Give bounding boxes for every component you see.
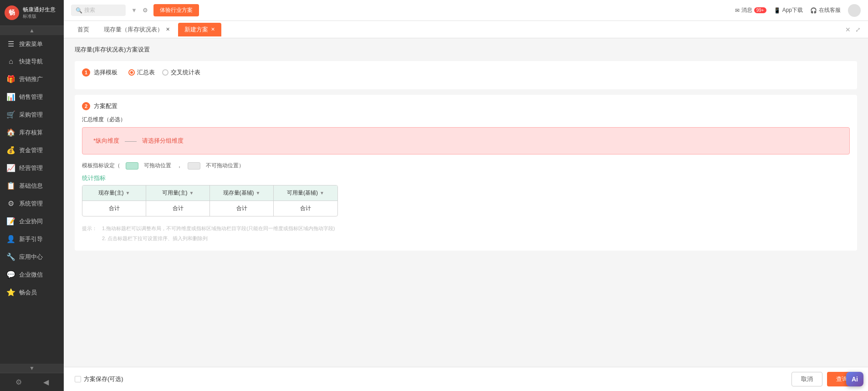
message-section[interactable]: ✉ 消息 99+ <box>735 6 766 14</box>
purchase-icon: 🛒 <box>6 110 15 119</box>
indicator-row: 模板指标设定（ 可拖动位置 ， 不可拖动位置） <box>82 162 850 170</box>
stats-label: 统计指标 <box>82 174 850 182</box>
col-header-3[interactable]: 可用量(基辅) ▼ <box>274 185 337 201</box>
tab-inventory-close[interactable]: ✕ <box>166 26 170 32</box>
sidebar: 畅 畅康通好生意 标准版 ▲ ☰ 搜索菜单 ⌂ 快捷导航 🎁 营销推广 📊 销售… <box>0 0 64 391</box>
ai-float-button[interactable]: Ai <box>846 372 863 386</box>
sidebar-item-quicknav[interactable]: ⌂ 快捷导航 <box>0 53 64 70</box>
top-bar-right: ✉ 消息 99+ 📱 App下载 🎧 在线客服 <box>735 4 861 17</box>
tab-new-plan-close[interactable]: ✕ <box>211 26 215 32</box>
tab-home[interactable]: 首页 <box>71 23 96 36</box>
indicator-label: 模板指标设定（ <box>82 162 120 170</box>
message-icon: ✉ <box>735 7 740 14</box>
tips-area: 提示： 1.拖动标题栏可以调整布局，不可跨维度或指标区域拖动栏目字段(只能在同一… <box>82 223 850 243</box>
radio-summary-dot <box>128 69 135 76</box>
step2-title: 方案配置 <box>94 102 117 110</box>
indicator-sep: ， <box>177 162 182 170</box>
sidebar-scroll-up[interactable]: ▲ <box>0 26 64 35</box>
search-menu-icon: ☰ <box>6 40 15 48</box>
message-badge: 99+ <box>754 7 766 13</box>
save-checkbox[interactable] <box>75 376 81 382</box>
save-option: 方案保存(可选) <box>75 375 123 383</box>
col-cell-1: 合计 <box>146 201 210 216</box>
radio-cross-dot <box>162 69 168 76</box>
step1-header: 1 选择模板 汇总表 交叉统计表 <box>82 68 850 77</box>
app-download-btn[interactable]: 📱 App下载 <box>774 6 803 14</box>
system-icon: ⚙ <box>6 199 15 208</box>
sidebar-footer: ⚙ ◀ <box>0 373 64 391</box>
radio-summary[interactable]: 汇总表 <box>128 68 155 77</box>
tab-expand-btn[interactable]: ✕ ⤢ <box>845 26 861 34</box>
sidebar-item-inventory[interactable]: 🏠 库存核算 <box>0 123 64 141</box>
table-body: 合计 合计 合计 合计 <box>82 201 337 216</box>
sidebar-item-member[interactable]: ⭐ 畅会员 <box>0 283 64 301</box>
chevron-icon-0: ▼ <box>126 190 130 196</box>
settings-btn[interactable]: ⚙ <box>15 378 22 386</box>
step2-num: 2 <box>82 102 90 110</box>
member-icon: ⭐ <box>6 288 15 297</box>
dim-label: 汇总维度（必选） <box>82 116 850 123</box>
dim-required: *纵向维度 <box>93 137 119 145</box>
sidebar-item-appstore[interactable]: 🔧 应用中心 <box>0 248 64 266</box>
sidebar-item-system[interactable]: ⚙ 系统管理 <box>0 195 64 212</box>
basic-info-icon: 📋 <box>6 181 15 190</box>
wechat-icon: 💬 <box>6 270 15 279</box>
draggable-indicator-box <box>126 162 138 170</box>
table-header: 现存量(主) ▼ 可用量(主) ▼ 现存量(基辅) ▼ <box>82 185 337 201</box>
step1-title: 选择模板 <box>94 68 117 77</box>
sidebar-scroll-down[interactable]: ▼ <box>0 364 64 373</box>
dim-area[interactable]: *纵向维度 —— 请选择分组维度 <box>82 127 850 154</box>
collapse-btn[interactable]: ◀ <box>43 378 49 386</box>
home-icon: ⌂ <box>6 57 15 66</box>
top-search[interactable]: 🔍 搜索 <box>71 5 126 16</box>
top-gear-icon[interactable]: ⚙ <box>143 7 148 14</box>
radio-cross[interactable]: 交叉统计表 <box>162 68 200 77</box>
search-icon: 🔍 <box>76 7 82 14</box>
sidebar-item-newbie[interactable]: 👤 新手引导 <box>0 230 64 248</box>
save-label: 方案保存(可选) <box>84 375 123 383</box>
inventory-icon: 🏠 <box>6 128 15 137</box>
chevron-icon-3: ▼ <box>320 190 324 196</box>
user-avatar[interactable] <box>848 4 861 17</box>
sidebar-item-purchase[interactable]: 🛒 采购管理 <box>0 106 64 123</box>
col-header-0[interactable]: 现存量(主) ▼ <box>82 185 146 201</box>
collab-icon: 📝 <box>6 217 15 226</box>
headset-icon: 🎧 <box>810 7 817 14</box>
online-service-btn[interactable]: 🎧 在线客服 <box>810 6 841 14</box>
sidebar-item-search[interactable]: ☰ 搜索菜单 <box>0 35 64 53</box>
draggable-label: 可拖动位置 <box>144 162 171 170</box>
phone-icon: 📱 <box>774 7 781 14</box>
sidebar-item-collab[interactable]: 📝 企业协同 <box>0 212 64 230</box>
tip-1: 提示： 1.拖动标题栏可以调整布局，不可跨维度或指标区域拖动栏目字段(只能在同一… <box>82 223 850 233</box>
step1-num: 1 <box>82 68 90 77</box>
sidebar-nav: ☰ 搜索菜单 ⌂ 快捷导航 🎁 营销推广 📊 销售管理 🛒 采购管理 🏠 库存核… <box>0 35 64 364</box>
sidebar-item-basic-info[interactable]: 📋 基础信息 <box>0 177 64 195</box>
main-area: 🔍 搜索 ▼ ⚙ 体验行业方案 ✉ 消息 99+ 📱 App下载 🎧 在线客服 <box>64 0 868 391</box>
cancel-button[interactable]: 取消 <box>791 372 822 386</box>
sidebar-item-management[interactable]: 📈 经营管理 <box>0 159 64 177</box>
sidebar-item-finance[interactable]: 💰 资金管理 <box>0 141 64 159</box>
sidebar-logo: 畅 畅康通好生意 标准版 <box>0 0 64 26</box>
top-bar: 🔍 搜索 ▼ ⚙ 体验行业方案 ✉ 消息 99+ 📱 App下载 🎧 在线客服 <box>64 0 868 21</box>
chevron-icon-1: ▼ <box>189 190 194 196</box>
data-table: 现存量(主) ▼ 可用量(主) ▼ 现存量(基辅) ▼ <box>82 185 338 216</box>
logo-icon: 畅 <box>5 5 19 20</box>
experience-btn[interactable]: 体验行业方案 <box>153 4 199 16</box>
dim-arrow: —— <box>125 138 137 144</box>
step2-header: 2 方案配置 <box>82 102 850 110</box>
non-draggable-label: 不可拖动位置） <box>206 162 244 170</box>
tab-inventory[interactable]: 现存量（库存状况表） ✕ <box>97 23 176 36</box>
maximize-icon: ⤢ <box>855 26 861 33</box>
col-header-1[interactable]: 可用量(主) ▼ <box>146 185 210 201</box>
sidebar-item-wechat[interactable]: 💬 企业微信 <box>0 266 64 283</box>
col-header-2[interactable]: 现存量(基辅) ▼ <box>210 185 274 201</box>
sales-icon: 📊 <box>6 93 15 101</box>
management-icon: 📈 <box>6 164 15 172</box>
col-cell-0: 合计 <box>82 201 146 216</box>
sidebar-item-marketing[interactable]: 🎁 营销推广 <box>0 70 64 88</box>
close-panel-icon: ✕ <box>845 26 851 33</box>
tab-new-plan[interactable]: 新建方案 ✕ <box>178 23 221 36</box>
logo-text: 畅康通好生意 标准版 <box>23 6 56 20</box>
sidebar-item-sales[interactable]: 📊 销售管理 <box>0 88 64 106</box>
search-dropdown-icon[interactable]: ▼ <box>131 7 137 14</box>
